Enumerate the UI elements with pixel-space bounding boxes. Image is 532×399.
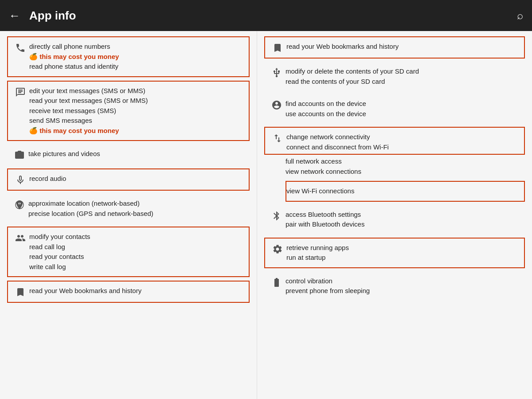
perm-sms-line1: edit your text messages (SMS or MMS): [29, 86, 245, 96]
perm-vibration-text: control vibration prevent phone from sle…: [286, 276, 521, 296]
perm-vibration: control vibration prevent phone from sle…: [264, 272, 525, 301]
perm-network-access: full network access view network connect…: [264, 155, 525, 181]
perm-vibration-line2: prevent phone from sleeping: [286, 286, 521, 296]
perm-accounts-line2: use accounts on the device: [286, 109, 521, 119]
perm-wifi-text: view Wi-Fi connections: [286, 186, 520, 196]
phone-icon: [12, 42, 29, 53]
perm-bluetooth: access Bluetooth settings pair with Blue…: [264, 205, 525, 234]
perm-accounts-text: find accounts on the device use accounts…: [286, 99, 521, 119]
perm-contacts-line2: read call log: [29, 242, 245, 252]
perm-location-text: approximate location (network-based) pre…: [28, 199, 246, 219]
perm-vibration-line1: control vibration: [286, 276, 521, 286]
perm-contacts-line3: read your contacts: [29, 252, 245, 262]
perm-location: approximate location (network-based) pre…: [7, 194, 250, 223]
perm-mic-text: record audio: [29, 174, 245, 184]
perm-network-connectivity: change network connectivity connect and …: [264, 127, 525, 155]
right-column: read your Web bookmarks and history modi…: [257, 31, 532, 399]
perm-bluetooth-line1: access Bluetooth settings: [286, 210, 521, 220]
bookmark-right-icon: [269, 42, 286, 53]
mic-icon: [12, 174, 29, 185]
perm-bookmarks-left-line1: read your Web bookmarks and history: [29, 286, 245, 296]
left-column: directly call phone numbers 🍊 this may c…: [0, 31, 257, 399]
perm-bookmarks-right-text: read your Web bookmarks and history: [286, 42, 520, 52]
perm-location-line1: approximate location (network-based): [28, 199, 246, 209]
perm-network-line2: connect and disconnect from Wi-Fi: [286, 142, 520, 153]
contacts-icon: [12, 232, 29, 243]
perm-network-access-text: full network access view network connect…: [286, 156, 521, 176]
bookmark-left-icon: [12, 286, 29, 297]
perm-bookmarks-right: read your Web bookmarks and history: [264, 36, 525, 59]
perm-contacts-line4: write call log: [29, 262, 245, 272]
perm-sms-text: edit your text messages (SMS or MMS) rea…: [29, 86, 245, 136]
perm-sdcard-line2: read the contents of your SD card: [286, 77, 521, 87]
perm-sms-warning: 🍊 this may cost you money: [29, 126, 245, 136]
perm-bookmarks-left-text: read your Web bookmarks and history: [29, 286, 245, 296]
perm-contacts-line1: modify your contacts: [29, 232, 245, 242]
perm-camera-text: take pictures and videos: [28, 149, 246, 159]
perm-wifi-line1: view Wi-Fi connections: [286, 186, 520, 196]
perm-phone: directly call phone numbers 🍊 this may c…: [7, 36, 250, 77]
perm-sdcard-line1: modify or delete the contents of your SD…: [286, 66, 521, 77]
perm-sdcard-text: modify or delete the contents of your SD…: [286, 66, 521, 86]
perm-sdcard: modify or delete the contents of your SD…: [264, 62, 525, 91]
perm-sms-line4: send SMS messages: [29, 116, 245, 126]
network-arrows-icon: [269, 132, 286, 144]
perm-camera-line1: take pictures and videos: [28, 149, 246, 159]
perm-phone-line1: directly call phone numbers: [29, 42, 245, 52]
perm-accounts: find accounts on the device use accounts…: [264, 94, 525, 123]
app-header: ← App info ⌕: [0, 0, 532, 31]
perm-bluetooth-text: access Bluetooth settings pair with Blue…: [286, 210, 521, 230]
perm-camera: take pictures and videos: [7, 145, 250, 165]
battery-icon: [268, 276, 286, 288]
usb-icon: [268, 66, 286, 78]
perm-accounts-line1: find accounts on the device: [286, 99, 521, 109]
perm-network-line1: change network connectivity: [286, 132, 520, 142]
perm-running-line1: retrieve running apps: [286, 243, 520, 253]
perm-mic-line1: record audio: [29, 174, 245, 184]
sms-icon: [12, 86, 29, 98]
perm-mic: record audio: [7, 168, 250, 191]
page-title: App info: [29, 9, 517, 23]
settings-icon: [269, 243, 286, 254]
back-button[interactable]: ←: [9, 9, 20, 23]
perm-phone-warning: 🍊 this may cost you money: [29, 52, 245, 62]
perm-running-line2: run at startup: [286, 253, 520, 263]
perm-wifi: view Wi-Fi connections: [286, 181, 525, 202]
content-area: directly call phone numbers 🍊 this may c…: [0, 31, 532, 399]
perm-running-text: retrieve running apps run at startup: [286, 243, 520, 263]
perm-sms-line3: receive text messages (SMS): [29, 106, 245, 116]
perm-running: retrieve running apps run at startup: [264, 238, 525, 268]
perm-phone-text: directly call phone numbers 🍊 this may c…: [29, 42, 245, 72]
perm-sms-line2: read your text messages (SMS or MMS): [29, 96, 245, 106]
location-icon: [11, 199, 28, 210]
perm-network-access-line1: full network access: [286, 156, 521, 167]
perm-bookmarks-left: read your Web bookmarks and history: [7, 281, 250, 303]
perm-contacts-text: modify your contacts read call log read …: [29, 232, 245, 272]
search-button[interactable]: ⌕: [517, 9, 523, 22]
bluetooth-icon: [268, 210, 286, 221]
perm-contacts: modify your contacts read call log read …: [7, 227, 250, 277]
perm-network-access-line2: view network connections: [286, 167, 521, 177]
perm-phone-line3: read phone status and identity: [29, 62, 245, 72]
perm-bluetooth-line2: pair with Bluetooth devices: [286, 219, 521, 230]
perm-network-connectivity-text: change network connectivity connect and …: [286, 132, 520, 152]
account-icon: [268, 99, 286, 110]
perm-sms: edit your text messages (SMS or MMS) rea…: [7, 81, 250, 141]
camera-icon: [11, 149, 28, 160]
perm-location-line2: precise location (GPS and network-based): [28, 209, 246, 219]
perm-bookmarks-right-line1: read your Web bookmarks and history: [286, 42, 520, 52]
